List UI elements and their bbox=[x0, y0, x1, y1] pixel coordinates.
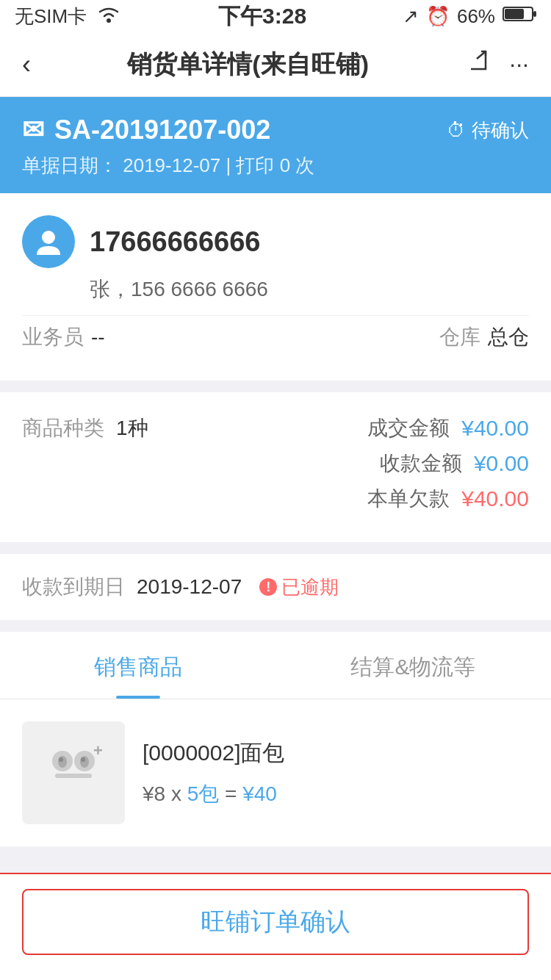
product-list: + [0000002]面包 ¥8 x 5包 = ¥40 bbox=[0, 699, 551, 847]
product-type-label: 商品种类 bbox=[22, 414, 104, 442]
svg-point-8 bbox=[80, 756, 89, 768]
back-button[interactable]: ‹ bbox=[22, 49, 31, 80]
deal-amount-value: ¥40.00 bbox=[461, 416, 529, 441]
customer-name: 张，156 6666 6666 bbox=[22, 275, 529, 303]
svg-text:+: + bbox=[93, 741, 103, 760]
sales-meta: 业务员 -- bbox=[22, 323, 105, 351]
amount-summary: 成交金额 ¥40.00 收款金额 ¥0.00 本单欠款 ¥40.00 bbox=[367, 414, 529, 520]
nav-actions: ··· bbox=[465, 48, 529, 81]
summary-card: 商品种类 1种 成交金额 ¥40.00 收款金额 ¥0.00 本单欠款 ¥40.… bbox=[0, 392, 551, 542]
status-time: 下午3:28 bbox=[218, 1, 306, 32]
product-price: ¥8 bbox=[143, 782, 165, 805]
svg-point-4 bbox=[42, 231, 55, 244]
share-icon[interactable] bbox=[465, 48, 491, 81]
tabs-container: 销售商品 结算&物流等 bbox=[0, 632, 551, 699]
location-icon: ↗ bbox=[403, 5, 419, 28]
due-date-value: 2019-12-07 bbox=[137, 575, 242, 599]
product-type-value: 1种 bbox=[116, 414, 148, 442]
owed-amount-label: 本单欠款 bbox=[367, 485, 450, 513]
status-bar: 无SIM卡 下午3:28 ↗ ⏰ 66% bbox=[0, 0, 551, 32]
warehouse-label: 仓库 bbox=[439, 323, 480, 351]
status-right: ↗ ⏰ 66% bbox=[403, 5, 536, 28]
customer-phone: 17666666666 bbox=[90, 226, 260, 258]
overdue-dot-icon: ! bbox=[259, 578, 277, 596]
alarm-icon: ⏰ bbox=[426, 5, 450, 28]
tab-settlement-logistics[interactable]: 结算&物流等 bbox=[276, 632, 551, 699]
product-total: ¥40 bbox=[242, 782, 277, 805]
due-date-card: 收款到期日 2019-12-07 ! 已逾期 bbox=[0, 554, 551, 620]
product-info: [0000002]面包 ¥8 x 5包 = ¥40 bbox=[143, 738, 529, 808]
customer-meta: 业务员 -- 仓库 总仓 bbox=[22, 315, 529, 359]
order-id: ✉ SA-20191207-002 bbox=[22, 115, 270, 145]
customer-card: 17666666666 张，156 6666 6666 业务员 -- 仓库 总仓 bbox=[0, 193, 551, 381]
product-thumb-logo: + bbox=[40, 735, 107, 811]
battery-icon bbox=[503, 5, 536, 28]
svg-rect-3 bbox=[505, 9, 524, 19]
bottom-bar: 旺铺订单确认 bbox=[0, 873, 551, 980]
svg-point-10 bbox=[81, 757, 85, 762]
status-left: 无SIM卡 bbox=[15, 4, 122, 29]
warehouse-value: 总仓 bbox=[488, 323, 529, 351]
confirm-order-button[interactable]: 旺铺订单确认 bbox=[22, 889, 529, 955]
status-clock-icon: ⏱ bbox=[447, 119, 466, 142]
product-name: [0000002]面包 bbox=[143, 738, 529, 768]
svg-rect-12 bbox=[55, 774, 92, 778]
order-banner: ✉ SA-20191207-002 ⏱ 待确认 单据日期： 2019-12-07… bbox=[0, 97, 551, 193]
owed-amount-row: 本单欠款 ¥40.00 bbox=[367, 485, 529, 513]
order-date-row: 单据日期： 2019-12-07 | 打印 0 次 bbox=[22, 153, 529, 179]
battery-label: 66% bbox=[457, 5, 495, 28]
product-price-row: ¥8 x 5包 = ¥40 bbox=[143, 780, 529, 808]
order-status: ⏱ 待确认 bbox=[447, 118, 529, 143]
more-icon[interactable]: ··· bbox=[509, 51, 529, 78]
overdue-badge: ! 已逾期 bbox=[259, 574, 339, 600]
tab-sales-products[interactable]: 销售商品 bbox=[0, 632, 276, 699]
page-title: 销货单详情(来自旺铺) bbox=[127, 48, 369, 82]
deal-amount-row: 成交金额 ¥40.00 bbox=[367, 414, 529, 442]
svg-point-7 bbox=[58, 756, 67, 768]
avatar bbox=[22, 215, 75, 268]
product-type-info: 商品种类 1种 bbox=[22, 414, 148, 442]
table-row: + [0000002]面包 ¥8 x 5包 = ¥40 bbox=[0, 699, 551, 847]
warehouse-meta: 仓库 总仓 bbox=[439, 323, 529, 351]
deal-amount-label: 成交金额 bbox=[367, 414, 450, 442]
product-qty: 5包 bbox=[187, 782, 220, 805]
svg-rect-2 bbox=[533, 11, 536, 17]
product-thumbnail: + bbox=[22, 721, 125, 824]
due-date-label: 收款到期日 bbox=[22, 573, 125, 601]
owed-amount-value: ¥40.00 bbox=[461, 486, 529, 511]
wifi-icon bbox=[96, 4, 122, 29]
nav-bar: ‹ 销货单详情(来自旺铺) ··· bbox=[0, 32, 551, 97]
sales-label: 业务员 bbox=[22, 323, 84, 351]
tab-underline bbox=[116, 696, 160, 699]
received-amount-value: ¥0.00 bbox=[474, 451, 529, 476]
sales-value: -- bbox=[91, 325, 105, 349]
received-amount-label: 收款金额 bbox=[380, 450, 462, 478]
svg-point-9 bbox=[59, 757, 63, 762]
received-amount-row: 收款金额 ¥0.00 bbox=[367, 450, 529, 478]
overdue-label: 已逾期 bbox=[281, 574, 339, 600]
carrier-label: 无SIM卡 bbox=[15, 4, 87, 29]
order-icon: ✉ bbox=[22, 115, 44, 145]
svg-point-0 bbox=[107, 18, 111, 23]
